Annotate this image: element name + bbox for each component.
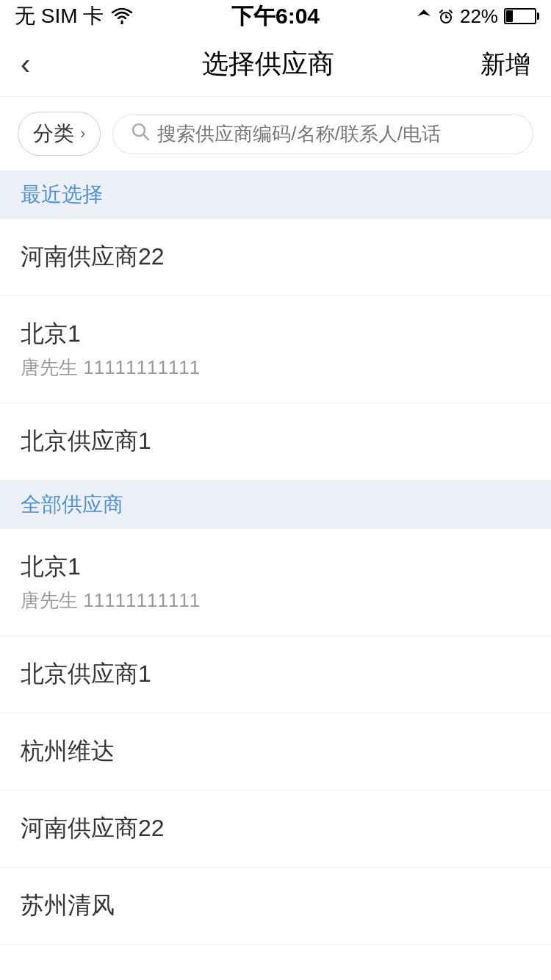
category-button[interactable]: 分类 › (18, 112, 101, 156)
all-section-header: 全部供应商 (0, 480, 551, 529)
svg-line-2 (143, 134, 148, 140)
battery-percentage: 22% (460, 5, 498, 28)
filter-bar: 分类 › (0, 97, 551, 170)
list-item[interactable]: 杭州维达 (0, 713, 551, 790)
search-box (112, 114, 533, 154)
search-icon (131, 122, 150, 146)
recent-section-header: 最近选择 (0, 170, 551, 219)
item-name: 北京供应商1 (21, 425, 530, 458)
chevron-right-icon: › (80, 124, 85, 143)
item-name: 杭州维达 (21, 735, 530, 768)
page-title: 选择供应商 (65, 46, 472, 82)
item-name: 河南供应商22 (21, 241, 530, 273)
item-sub: 唐先生 11111111111 (21, 588, 530, 613)
alarm-icon (438, 8, 454, 24)
item-name: 北京1 (21, 551, 530, 583)
add-button[interactable]: 新增 (472, 48, 530, 82)
status-right: 22% (416, 5, 536, 28)
recent-section-title: 最近选择 (21, 183, 103, 206)
recent-list: 河南供应商22北京1唐先生 11111111111北京供应商1 (0, 219, 551, 480)
list-item[interactable]: 河南供应商22 (0, 790, 551, 868)
status-bar: 无 SIM 卡 下午6:04 22% (0, 0, 551, 32)
list-item[interactable]: 北京供应商1 (0, 403, 551, 480)
carrier-text: 无 SIM 卡 (15, 2, 104, 30)
back-button[interactable]: ‹ (21, 48, 65, 81)
location-icon (416, 8, 432, 24)
carrier-info: 无 SIM 卡 (15, 2, 133, 30)
wifi-icon (111, 8, 133, 24)
nav-bar: ‹ 选择供应商 新增 (0, 32, 551, 97)
time-display: 下午6:04 (231, 1, 320, 32)
item-sub: 唐先生 11111111111 (21, 355, 530, 381)
item-name: 河南供应商22 (21, 813, 530, 845)
battery-icon (504, 8, 536, 24)
item-name: 苏州清风 (21, 890, 530, 922)
item-name: 北京供应商1 (21, 658, 530, 691)
search-input[interactable] (157, 123, 515, 145)
all-list: 北京1唐先生 11111111111北京供应商1杭州维达河南供应商22苏州清风 (0, 529, 551, 945)
list-item[interactable]: 苏州清风 (0, 868, 551, 945)
item-name: 北京1 (21, 318, 530, 350)
list-item[interactable]: 河南供应商22 (0, 219, 551, 296)
list-item[interactable]: 北京1唐先生 11111111111 (0, 296, 551, 403)
category-label: 分类 (33, 120, 74, 148)
list-item[interactable]: 北京供应商1 (0, 636, 551, 713)
list-item[interactable]: 北京1唐先生 11111111111 (0, 529, 551, 636)
all-section-title: 全部供应商 (21, 493, 123, 516)
